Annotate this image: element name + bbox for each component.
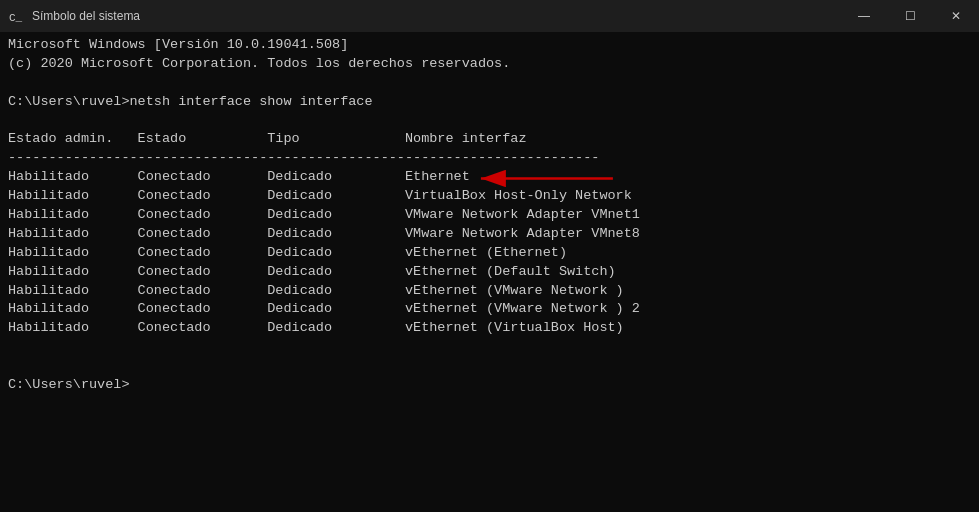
terminal-line [8,112,971,131]
svg-text:C_: C_ [9,12,23,24]
terminal-content: Microsoft Windows [Versión 10.0.19041.50… [8,36,971,395]
terminal-line: Habilitado Conectado Dedicado vEthernet … [8,282,971,301]
terminal-body[interactable]: Microsoft Windows [Versión 10.0.19041.50… [0,32,979,512]
cmd-icon: C_ [8,8,24,24]
terminal-line [8,74,971,93]
terminal-line: Habilitado Conectado Dedicado VMware Net… [8,225,971,244]
terminal-line: Habilitado Conectado Dedicado Ethernet [8,168,971,187]
terminal-line: Habilitado Conectado Dedicado VirtualBox… [8,187,971,206]
maximize-button[interactable]: ☐ [887,0,933,32]
terminal-line: ----------------------------------------… [8,149,971,168]
terminal-line: Microsoft Windows [Versión 10.0.19041.50… [8,36,971,55]
terminal-line: Habilitado Conectado Dedicado vEthernet … [8,319,971,338]
terminal-line: Habilitado Conectado Dedicado VMware Net… [8,206,971,225]
terminal-line: Estado admin. Estado Tipo Nombre interfa… [8,130,971,149]
window-controls: — ☐ ✕ [841,0,979,32]
terminal-line: C:\Users\ruvel>netsh interface show inte… [8,93,971,112]
terminal-line: Habilitado Conectado Dedicado vEthernet … [8,263,971,282]
window-title: Símbolo del sistema [32,9,140,23]
close-button[interactable]: ✕ [933,0,979,32]
titlebar-left: C_ Símbolo del sistema [8,8,140,24]
terminal-line: (c) 2020 Microsoft Corporation. Todos lo… [8,55,971,74]
terminal-line [8,357,971,376]
titlebar: C_ Símbolo del sistema — ☐ ✕ [0,0,979,32]
terminal-line: Habilitado Conectado Dedicado vEthernet … [8,244,971,263]
terminal-line: Habilitado Conectado Dedicado vEthernet … [8,300,971,319]
terminal-line: C:\Users\ruvel> [8,376,971,395]
cmd-window: C_ Símbolo del sistema — ☐ ✕ Microsoft W… [0,0,979,512]
terminal-line [8,338,971,357]
minimize-button[interactable]: — [841,0,887,32]
